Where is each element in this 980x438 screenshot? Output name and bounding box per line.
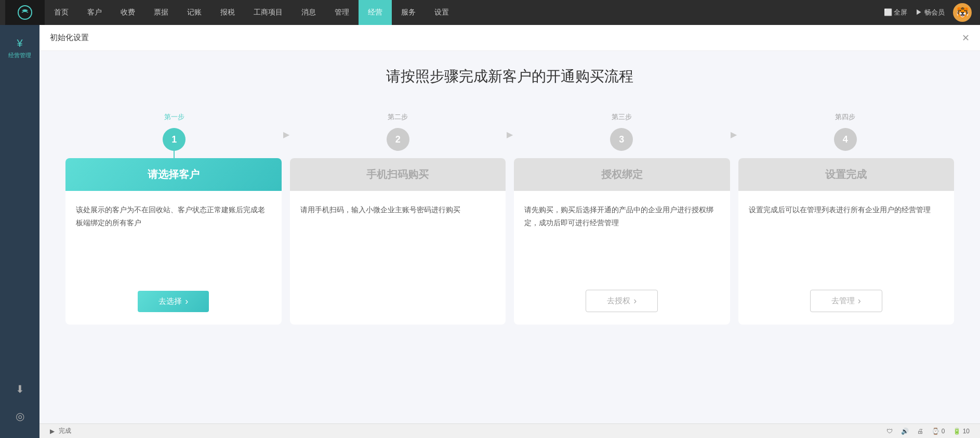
step-1-col: 第一步 1 <box>65 112 283 151</box>
card-1-header: 请选择客户 <box>65 158 282 191</box>
steps-section: 第一步 1 ▶ 第二步 2 <box>65 112 954 325</box>
sidebar-bottom: ⬇ ◎ <box>0 376 39 438</box>
step-1-circle: 1 <box>163 128 186 151</box>
play-icon: ▶ <box>50 428 55 435</box>
status-right: 🛡 🔊 🖨 ⌚ 0 🔋 10 <box>886 428 970 435</box>
nav-invoice[interactable]: 票据 <box>144 0 178 25</box>
nav-manage[interactable]: 管理 <box>325 0 359 25</box>
vip-btn[interactable]: ▶ 畅会员 <box>916 8 945 17</box>
nav-home[interactable]: 首页 <box>45 0 78 25</box>
step-3-label: 第三步 <box>612 112 632 122</box>
page-header: 初始化设置 ✕ <box>39 25 980 51</box>
svg-point-0 <box>18 6 32 19</box>
nav-customer[interactable]: 客户 <box>78 0 111 25</box>
connector-3-4: ▶ <box>731 130 737 151</box>
nav-tax[interactable]: 报税 <box>211 0 244 25</box>
top-navigation: 首页 客户 收费 票据 记账 报税 工商项目 消息 管理 经营 服务 设置 ⬜ … <box>0 0 980 25</box>
close-button[interactable]: ✕ <box>962 32 970 44</box>
app-logo <box>5 0 45 25</box>
card-3-btn[interactable]: 去授权 › <box>586 290 658 312</box>
sidebar: ¥ 经营管理 ⬇ ◎ <box>0 25 39 438</box>
card-1-body: 该处展示的客户为不在回收站、客户状态正常建账后完成老板端绑定的所有客户 <box>65 191 282 291</box>
step-1-down-line <box>174 150 175 158</box>
step-2-col: 第二步 2 <box>289 112 507 151</box>
steps-row: 第一步 1 ▶ 第二步 2 <box>65 112 954 151</box>
nav-accounting[interactable]: 记账 <box>178 0 211 25</box>
arrow-2-3: ▶ <box>507 130 513 139</box>
nav-settings[interactable]: 设置 <box>425 0 458 25</box>
clock-status: ⌚ 0 <box>932 428 945 435</box>
sidebar-support[interactable]: ◎ <box>0 403 39 430</box>
step-4-col: 第四步 4 <box>737 112 955 151</box>
step-2-circle: 2 <box>387 128 409 151</box>
card-4-btn[interactable]: 去管理 › <box>810 290 882 312</box>
card-1-btn[interactable]: 去选择 › <box>138 291 209 312</box>
nav-right-actions: ⬜ 全屏 ▶ 畅会员 🐯 <box>884 3 980 22</box>
card-2: 手机扫码购买 请用手机扫码，输入小微企业主账号密码进行购买 <box>290 158 506 325</box>
step-1-label: 第一步 <box>164 112 184 122</box>
main-content: 初始化设置 ✕ 请按照步骤完成新客户的开通购买流程 第一步 1 <box>39 25 980 438</box>
card-3-btn-arrow: › <box>633 295 637 306</box>
arrow-1-2: ▶ <box>283 130 289 139</box>
sidebar-item-operation[interactable]: ¥ 经营管理 <box>0 30 39 67</box>
sidebar-download[interactable]: ⬇ <box>0 376 39 403</box>
card-1-btn-label: 去选择 <box>158 297 182 306</box>
cards-row: 请选择客户 该处展示的客户为不在回收站、客户状态正常建账后完成老板端绑定的所有客… <box>65 158 954 325</box>
card-3-title: 授权绑定 <box>601 169 643 180</box>
nav-fee[interactable]: 收费 <box>111 0 144 25</box>
step-2-label: 第二步 <box>388 112 408 122</box>
volume-icon: 🔊 <box>901 428 909 435</box>
nav-business-project[interactable]: 工商项目 <box>244 0 292 25</box>
connector-1-2: ▶ <box>283 130 289 151</box>
card-1-btn-arrow: › <box>185 296 188 307</box>
user-avatar[interactable]: 🐯 <box>953 3 972 22</box>
step-3-circle: 3 <box>610 128 633 151</box>
step-4-circle: 4 <box>834 128 857 151</box>
card-1: 请选择客户 该处展示的客户为不在回收站、客户状态正常建账后完成老板端绑定的所有客… <box>65 158 282 325</box>
status-left: ▶ 完成 <box>50 427 71 435</box>
battery-status: 🔋 10 <box>953 428 970 435</box>
card-4-footer: 去管理 › <box>738 290 955 325</box>
card-3-btn-label: 去授权 <box>607 296 630 306</box>
download-icon: ⬇ <box>16 383 24 395</box>
card-2-title: 手机扫码购买 <box>366 169 429 180</box>
card-2-header: 手机扫码购买 <box>290 158 506 191</box>
app-layout: ¥ 经营管理 ⬇ ◎ 初始化设置 ✕ 请按照步骤完成新客户的开通购买流程 <box>0 25 980 438</box>
card-4-btn-arrow: › <box>858 295 861 306</box>
status-text: 完成 <box>59 427 71 435</box>
card-3-header: 授权绑定 <box>514 158 730 191</box>
card-4: 设置完成 设置完成后可以在管理列表进行所有企业用户的经营管理 去管理 › <box>738 158 955 325</box>
sidebar-item-label: 经营管理 <box>8 51 31 59</box>
nav-operation[interactable]: 经营 <box>359 0 392 25</box>
card-3: 授权绑定 请先购买，购买后选择开通的产品中的企业用户进行授权绑定，成功后即可进行… <box>514 158 730 325</box>
nav-items: 首页 客户 收费 票据 记账 报税 工商项目 消息 管理 经营 服务 设置 <box>45 0 884 25</box>
yuan-icon: ¥ <box>17 37 22 49</box>
connector-2-3: ▶ <box>507 130 513 151</box>
fullscreen-btn[interactable]: ⬜ 全屏 <box>884 8 908 17</box>
main-area: 请按照步骤完成新客户的开通购买流程 第一步 1 ▶ <box>39 51 980 423</box>
card-3-body: 请先购买，购买后选择开通的产品中的企业用户进行授权绑定，成功后即可进行经营管理 <box>514 191 730 290</box>
card-4-body: 设置完成后可以在管理列表进行所有企业用户的经营管理 <box>738 191 955 290</box>
step-4-label: 第四步 <box>835 112 855 122</box>
page-title: 初始化设置 <box>50 33 89 43</box>
card-4-title: 设置完成 <box>825 169 867 180</box>
card-1-footer: 去选择 › <box>65 291 282 325</box>
arrow-3-4: ▶ <box>731 130 737 139</box>
main-big-title: 请按照步骤完成新客户的开通购买流程 <box>65 67 954 86</box>
card-1-title: 请选择客户 <box>148 169 200 180</box>
nav-message[interactable]: 消息 <box>292 0 325 25</box>
card-2-footer <box>290 312 506 325</box>
support-icon: ◎ <box>16 410 24 422</box>
card-4-btn-label: 去管理 <box>831 296 855 306</box>
nav-service[interactable]: 服务 <box>392 0 425 25</box>
shield-icon: 🛡 <box>886 428 893 435</box>
status-bar: ▶ 完成 🛡 🔊 🖨 ⌚ 0 🔋 10 <box>39 423 980 438</box>
card-2-body: 请用手机扫码，输入小微企业主账号密码进行购买 <box>290 191 506 312</box>
print-icon: 🖨 <box>917 428 923 435</box>
card-3-footer: 去授权 › <box>514 290 730 325</box>
card-4-header: 设置完成 <box>738 158 955 191</box>
step-3-col: 第三步 3 <box>513 112 731 151</box>
